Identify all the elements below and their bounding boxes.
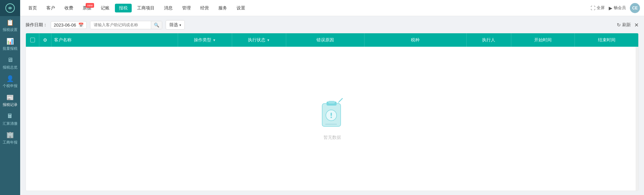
nav-shoufei[interactable]: 收费	[60, 4, 77, 12]
svg-rect-9	[325, 124, 337, 125]
member-icon: ▶	[609, 5, 612, 11]
th-status[interactable]: 执行状态 ▼	[232, 33, 286, 47]
sidebar: 📋 报税设置 📊 批量报税 🖥 报税总览 👤 个税申报 📰 报税记录 🖩 汇算清…	[0, 0, 20, 195]
th-error: 错误原因	[286, 33, 364, 47]
sidebar-item-geshuishenbo[interactable]: 👤 个税申报	[0, 72, 20, 91]
nav-baoshui[interactable]: 报税	[115, 4, 132, 12]
empty-state: 暂无数据	[317, 97, 347, 141]
close-icon: ✕	[634, 22, 639, 28]
nav-shezhi[interactable]: 设置	[232, 4, 249, 12]
svg-line-8	[338, 102, 339, 103]
search-button[interactable]: 🔍	[151, 21, 162, 29]
topnav-right: ⛶ 全屏 ▶ 畅会员 CE	[591, 3, 640, 13]
content: 操作日期： 2023-06-06 📅 🔍 筛选 ▾ ↻	[20, 16, 644, 195]
header-checkbox[interactable]	[30, 38, 35, 42]
member-btn[interactable]: ▶ 畅会员	[609, 5, 626, 11]
fullscreen-btn[interactable]: ⛶ 全屏	[591, 5, 605, 11]
svg-rect-3	[328, 101, 335, 104]
main-area: 首页 客户 收费 票据 new 记账 报税 工商项目 消息 管理 经营 服务 设…	[20, 0, 644, 195]
nav-fuwu[interactable]: 服务	[214, 4, 231, 12]
nav-gongshang[interactable]: 工商项目	[133, 4, 159, 12]
table-body: 暂无数据	[26, 47, 638, 191]
optype-sort-icon: ▼	[213, 38, 216, 42]
th-executor: 执行人	[467, 33, 511, 47]
table-container: ⚙ 客户名称 操作类型 ▼ 执行状态 ▼ 错误原因	[26, 33, 639, 191]
toolbar-right: ↻ 刷新 ✕	[617, 22, 639, 28]
nav-piao[interactable]: 票据 new	[79, 4, 95, 12]
logo	[0, 0, 20, 16]
status-sort-icon: ▼	[267, 38, 270, 42]
scroll-track[interactable]	[636, 47, 638, 191]
filter-label: 筛选	[169, 22, 178, 28]
nav-client[interactable]: 客户	[42, 4, 59, 12]
th-checkbox[interactable]	[26, 33, 39, 47]
search-icon: 🔍	[154, 23, 159, 28]
th-starttime: 开始时间	[511, 33, 575, 47]
search-input[interactable]	[90, 21, 151, 29]
sidebar-item-baoshui-shezhi[interactable]: 📋 报税设置	[0, 16, 20, 35]
search-box: 🔍	[90, 21, 162, 29]
topnav: 首页 客户 收费 票据 new 记账 报税 工商项目 消息 管理 经营 服务 设…	[20, 0, 644, 16]
nav-home[interactable]: 首页	[24, 4, 41, 12]
empty-illustration	[317, 97, 347, 130]
nav-guanli[interactable]: 管理	[178, 4, 195, 12]
nav-jizhang[interactable]: 记账	[97, 4, 114, 12]
svg-line-7	[339, 99, 342, 102]
baoshui-shezhi-icon: 📋	[6, 19, 14, 27]
refresh-button[interactable]: ↻ 刷新	[617, 22, 631, 28]
chevron-down-icon: ▾	[179, 23, 181, 27]
user-avatar[interactable]: CE	[630, 3, 640, 13]
filter-button[interactable]: 筛选 ▾	[166, 20, 185, 30]
geshuishenbo-icon: 👤	[6, 75, 14, 83]
th-client: 客户名称	[51, 33, 178, 47]
th-settings[interactable]: ⚙	[39, 33, 51, 47]
sidebar-item-baoshui-zonglam[interactable]: 🖥 报税总览	[0, 53, 20, 72]
sidebar-item-piliang-baoshui[interactable]: 📊 批量报税	[0, 35, 20, 54]
empty-text: 暂无数据	[324, 134, 341, 141]
close-button[interactable]: ✕	[634, 22, 639, 28]
huisuan-jiaona-icon: 🖩	[7, 112, 13, 120]
baoshui-jilu-icon: 📰	[6, 94, 14, 102]
date-label: 操作日期：	[26, 22, 47, 28]
nav-jingying[interactable]: 经营	[196, 4, 213, 12]
th-endtime: 结束时间	[575, 33, 638, 47]
nav-xiaoxi[interactable]: 消息	[160, 4, 177, 12]
sidebar-item-baoshui-jilu[interactable]: 📰 报税记录	[0, 91, 20, 110]
table-header: ⚙ 客户名称 操作类型 ▼ 执行状态 ▼ 错误原因	[26, 33, 638, 47]
page-content: 操作日期： 2023-06-06 📅 🔍 筛选 ▾ ↻	[20, 16, 644, 195]
date-value: 2023-06-06	[54, 23, 76, 28]
piliang-baoshui-icon: 📊	[6, 38, 14, 45]
refresh-icon: ↻	[617, 22, 621, 28]
fullscreen-icon: ⛶	[591, 5, 595, 11]
calendar-icon: 📅	[78, 23, 84, 28]
svg-rect-5	[331, 113, 332, 116]
sidebar-item-huisuan-jiaona[interactable]: 🖩 汇算清缴	[0, 110, 20, 128]
nav-items: 首页 客户 收费 票据 new 记账 报税 工商项目 消息 管理 经营 服务 设…	[24, 4, 591, 12]
sidebar-item-gongshang-nianbao[interactable]: 🏢 工商年报	[0, 128, 20, 147]
gongshang-nianbao-icon: 🏢	[6, 131, 14, 139]
svg-point-6	[330, 117, 332, 118]
th-taxtype: 税种	[364, 33, 467, 47]
th-optype[interactable]: 操作类型 ▼	[178, 33, 232, 47]
new-badge: new	[86, 3, 94, 8]
settings-icon: ⚙	[43, 37, 47, 43]
date-picker[interactable]: 2023-06-06 📅	[51, 21, 87, 29]
baoshui-zonglam-icon: 🖥	[7, 56, 13, 64]
toolbar: 操作日期： 2023-06-06 📅 🔍 筛选 ▾ ↻	[26, 20, 639, 30]
